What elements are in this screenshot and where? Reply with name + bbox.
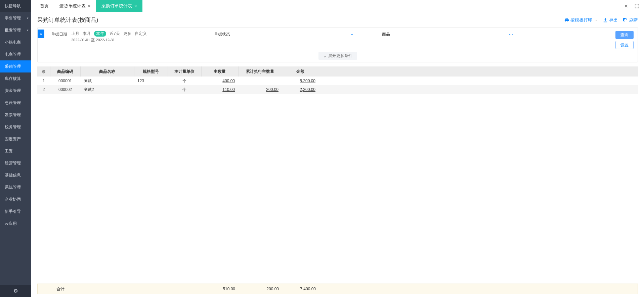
sidebar-item-ledger[interactable]: 总账管理	[0, 97, 31, 109]
col-qty[interactable]: 主数量	[201, 66, 238, 77]
print-dropdown[interactable]: ⌄	[595, 18, 598, 22]
sidebar-item-label: 云应用	[5, 221, 17, 227]
tab-stock-stats[interactable]: 进货单统计表✕	[54, 0, 96, 12]
totals-blank	[134, 284, 168, 294]
sidebar-item-invoice[interactable]: 发票管理	[0, 109, 31, 121]
gear-icon[interactable]: ⚙	[13, 288, 18, 294]
query-button[interactable]: 查询	[615, 31, 634, 39]
tab-label: 进货单统计表	[59, 0, 86, 12]
table-header: ⚙ 商品编码 商品名称 规格型号 主计量单位 主数量 累计执行主数量 金额	[37, 66, 638, 77]
expand-row: ⌄ 展开更多条件	[38, 50, 638, 62]
sidebar-item-label: 小畅电商	[5, 40, 21, 45]
status-select[interactable]: ⌄	[234, 31, 355, 38]
sidebar-item-label: 固定资产	[5, 136, 21, 142]
col-exec[interactable]: 累计执行主数量	[238, 66, 282, 77]
amt-link[interactable]: 5,200.00	[300, 79, 315, 83]
table-scroll[interactable]	[37, 94, 638, 284]
sidebar-item-ecommerce[interactable]: 电商管理	[0, 48, 31, 60]
filter-bar: » 单据日期 上月 本月 本年 近7天 更多 自定义 2022-01-01 至 …	[37, 27, 638, 62]
ellipsis-icon[interactable]: ···	[509, 32, 514, 37]
table-area: ⚙ 商品编码 商品名称 规格型号 主计量单位 主数量 累计执行主数量 金额 1	[37, 66, 638, 284]
exec-link[interactable]: 200.00	[266, 87, 278, 92]
sidebar-item-label: 资金管理	[5, 88, 21, 94]
cell-name: 测试2	[80, 85, 134, 94]
totals-blank	[38, 284, 50, 294]
close-all-button[interactable]: ✕	[622, 2, 630, 10]
sidebar-items: 快捷导航 零售管理▾ 批发管理▾ 小畅电商 电商管理 采购管理 库存核算 资金管…	[0, 0, 31, 285]
cell-amt: 2,200.00	[282, 85, 319, 94]
totals-row: 合计 510.00 200.00 7,400.00	[37, 284, 638, 294]
table-row[interactable]: 2 000002 测试2 个 110.00 200.00 2,200.00	[37, 85, 638, 94]
sidebar-item-label: 总账管理	[5, 100, 21, 106]
sidebar-item-basic[interactable]: 基础信息	[0, 169, 31, 181]
sidebar-item-xiaochang[interactable]: 小畅电商	[0, 36, 31, 48]
sidebar-item-quicknav[interactable]: 快捷导航	[0, 0, 31, 12]
sidebar-item-tax[interactable]: 税务管理	[0, 121, 31, 133]
sidebar-item-collab[interactable]: 企业协同	[0, 193, 31, 205]
sidebar-item-inventory[interactable]: 库存核算	[0, 72, 31, 85]
tab-home[interactable]: 首页	[35, 0, 54, 12]
collapse-filter-button[interactable]: »	[38, 30, 44, 38]
print-template-button[interactable]: 按模板打印	[564, 17, 592, 23]
cell-idx: 1	[37, 77, 50, 85]
expand-filter-button[interactable]: ⌄ 展开更多条件	[318, 52, 357, 60]
sidebar-item-funds[interactable]: 资金管理	[0, 85, 31, 97]
cell-spec	[134, 85, 168, 94]
col-unit[interactable]: 主计量单位	[168, 66, 201, 77]
tab-purchase-stats[interactable]: 采购订单统计表✕	[96, 0, 142, 12]
page-title: 采购订单统计表(按商品)	[37, 16, 98, 24]
sidebar-item-label: 批发管理	[5, 28, 21, 33]
product-input[interactable]: ···	[394, 31, 515, 38]
sidebar-item-retail[interactable]: 零售管理▾	[0, 12, 31, 24]
qty-link[interactable]: 110.00	[222, 87, 235, 92]
refresh-icon	[623, 18, 628, 22]
preset-this-year[interactable]: 本年	[94, 31, 106, 37]
totals-amt: 7,400.00	[282, 284, 319, 294]
export-button[interactable]: 导出	[603, 17, 618, 23]
sidebar-item-label: 新手引导	[5, 209, 21, 214]
totals-blank	[81, 284, 134, 294]
column-settings[interactable]: ⚙	[37, 66, 50, 77]
sidebar-item-label: 零售管理	[5, 15, 21, 21]
col-amt[interactable]: 金额	[282, 66, 319, 77]
preset-more[interactable]: 更多	[123, 31, 131, 37]
close-icon[interactable]: ✕	[88, 0, 91, 12]
preset-last-month[interactable]: 上月	[71, 31, 79, 37]
cell-qty: 110.00	[201, 85, 238, 94]
fullscreen-button[interactable]	[633, 2, 641, 10]
action-label: 导出	[609, 17, 618, 23]
export-icon	[603, 18, 608, 22]
filter-status: 单据状态 ⌄	[214, 31, 355, 38]
col-code[interactable]: 商品编码	[50, 66, 80, 77]
cell-amt: 5,200.00	[282, 77, 319, 85]
table-row[interactable]: 1 000001 测试 123 个 400.00 5,200.00	[37, 77, 638, 85]
sidebar-item-wholesale[interactable]: 批发管理▾	[0, 24, 31, 36]
sidebar-item-operations[interactable]: 经营管理	[0, 157, 31, 169]
sidebar-item-assets[interactable]: 固定资产	[0, 133, 31, 145]
col-name[interactable]: 商品名称	[80, 66, 134, 77]
totals-blank	[319, 284, 638, 294]
filter-date: 单据日期 上月 本月 本年 近7天 更多 自定义 2022-01-01 至 20…	[51, 31, 147, 43]
refresh-button[interactable]: 刷新	[623, 17, 638, 23]
close-icon[interactable]: ✕	[134, 0, 137, 12]
sidebar-item-purchase[interactable]: 采购管理	[0, 60, 31, 72]
amt-link[interactable]: 2,200.00	[300, 87, 315, 92]
col-spec[interactable]: 规格型号	[134, 66, 168, 77]
sidebar-item-label: 系统管理	[5, 185, 21, 190]
sidebar-item-system[interactable]: 系统管理	[0, 181, 31, 193]
preset-this-month[interactable]: 本月	[83, 31, 91, 37]
sidebar-item-salary[interactable]: 工资	[0, 145, 31, 157]
caret-icon: ▾	[27, 29, 29, 32]
sidebar-item-label: 工资	[5, 148, 13, 154]
cell-unit: 个	[168, 85, 201, 94]
sidebar-item-guide[interactable]: 新手引导	[0, 205, 31, 217]
sidebar-item-cloud[interactable]: 云应用	[0, 217, 31, 230]
qty-link[interactable]: 400.00	[222, 79, 235, 83]
sidebar-item-label: 采购管理	[5, 64, 21, 69]
settings-button[interactable]: 设置	[615, 41, 634, 49]
preset-custom[interactable]: 自定义	[135, 31, 147, 37]
preset-7days[interactable]: 近7天	[110, 31, 120, 37]
tabbar: 首页 进货单统计表✕ 采购订单统计表✕ ✕	[31, 0, 644, 12]
cell-blank	[319, 85, 638, 94]
totals-label: 合计	[50, 284, 81, 294]
